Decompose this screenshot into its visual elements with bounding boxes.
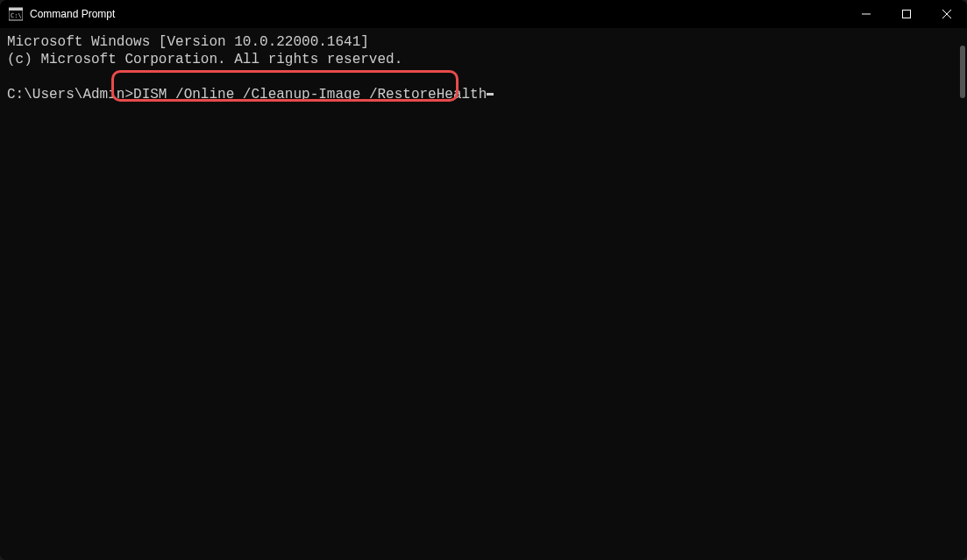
command-prompt-window: C:\ Command Prompt [0,0,967,560]
scrollbar-thumb[interactable] [960,46,965,98]
maximize-button[interactable] [886,0,927,28]
titlebar[interactable]: C:\ Command Prompt [0,0,967,28]
terminal-body[interactable]: Microsoft Windows [Version 10.0.22000.16… [0,28,967,560]
prompt-line: C:\Users\Admin>DISM /Online /Cleanup-Ima… [7,86,960,103]
cmd-icon: C:\ [9,7,23,21]
cursor-icon [487,93,494,96]
copyright-line: (c) Microsoft Corporation. All rights re… [7,51,960,68]
minimize-button[interactable] [846,0,886,28]
window-controls [846,0,967,28]
prompt-path: C:\Users\Admin> [7,86,133,103]
close-button[interactable] [927,0,967,28]
window-title: Command Prompt [30,8,115,20]
blank-line [7,68,960,86]
svg-text:C:\: C:\ [11,12,22,19]
command-input[interactable]: DISM /Online /Cleanup-Image /RestoreHeal… [133,86,487,103]
svg-rect-4 [903,11,911,18]
svg-rect-1 [9,8,23,11]
version-line: Microsoft Windows [Version 10.0.22000.16… [7,33,960,51]
